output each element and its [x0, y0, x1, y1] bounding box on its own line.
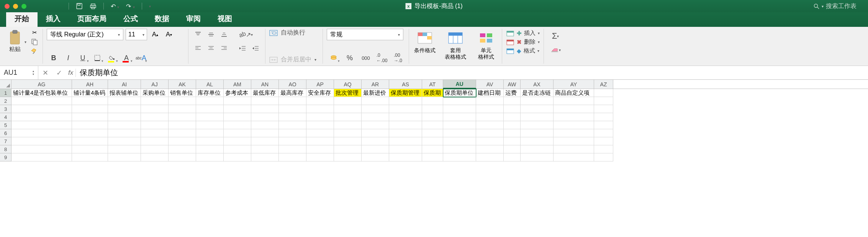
cell-AJ5[interactable]: [141, 121, 169, 129]
cell-AR1[interactable]: 最新进价: [362, 89, 389, 97]
merge-center-button[interactable]: 合并后居中 ▾: [269, 56, 319, 64]
column-header-AW[interactable]: AW: [504, 80, 521, 89]
row-header-8[interactable]: 8: [0, 145, 11, 153]
cell-AT1[interactable]: 保质期: [422, 89, 443, 97]
cell-AX6[interactable]: [521, 129, 554, 137]
increase-font-icon[interactable]: A▴: [149, 29, 161, 40]
cell-AW9[interactable]: [504, 153, 521, 161]
cell-AT9[interactable]: [422, 153, 443, 161]
border-button[interactable]: ▾: [90, 52, 104, 64]
cell-AO6[interactable]: [279, 129, 306, 137]
cell-AI1[interactable]: 报表辅单位: [108, 89, 141, 97]
cell-AY1[interactable]: 商品自定义项: [554, 89, 594, 97]
cell-AY8[interactable]: [554, 145, 594, 153]
cell-AL5[interactable]: [196, 121, 224, 129]
cell-AJ4[interactable]: [141, 113, 169, 121]
cell-AS2[interactable]: [389, 97, 422, 105]
cell-AX8[interactable]: [521, 145, 554, 153]
cell-AK8[interactable]: [169, 145, 196, 153]
cell-AK6[interactable]: [169, 129, 196, 137]
column-header-AT[interactable]: AT: [422, 80, 443, 89]
paste-dropdown-icon[interactable]: ▾: [25, 40, 26, 44]
cell-AH3[interactable]: [72, 105, 108, 113]
cell-AL8[interactable]: [196, 145, 224, 153]
cell-AZ8[interactable]: [594, 145, 613, 153]
cell-AI3[interactable]: [108, 105, 141, 113]
cell-AY4[interactable]: [554, 113, 594, 121]
copy-icon[interactable]: [30, 38, 39, 46]
cell-AW2[interactable]: [504, 97, 521, 105]
row-header-6[interactable]: 6: [0, 129, 11, 137]
cell-AU1[interactable]: 保质期单位: [443, 89, 476, 97]
cell-AP4[interactable]: [306, 113, 334, 121]
cell-AU5[interactable]: [443, 121, 476, 129]
column-header-AN[interactable]: AN: [251, 80, 279, 89]
tab-审阅[interactable]: 审阅: [178, 11, 209, 27]
cell-AL9[interactable]: [196, 153, 224, 161]
cell-AQ2[interactable]: [334, 97, 362, 105]
tab-公式[interactable]: 公式: [115, 11, 146, 27]
cell-AN7[interactable]: [251, 137, 279, 145]
cell-AH6[interactable]: [72, 129, 108, 137]
column-header-AV[interactable]: AV: [476, 80, 504, 89]
cell-AV3[interactable]: [476, 105, 504, 113]
cell-AJ1[interactable]: 采购单位: [141, 89, 169, 97]
tab-开始[interactable]: 开始: [6, 11, 38, 27]
cell-AI6[interactable]: [108, 129, 141, 137]
cell-AQ7[interactable]: [334, 137, 362, 145]
cell-AN5[interactable]: [251, 121, 279, 129]
column-header-AL[interactable]: AL: [196, 80, 224, 89]
cell-AS4[interactable]: [389, 113, 422, 121]
cell-AU9[interactable]: [443, 153, 476, 161]
cell-AJ6[interactable]: [141, 129, 169, 137]
cell-AL2[interactable]: [196, 97, 224, 105]
name-box[interactable]: AU1 ▴▾: [0, 66, 38, 79]
row-header-5[interactable]: 5: [0, 121, 11, 129]
minimize-icon[interactable]: [13, 4, 18, 9]
cell-AT8[interactable]: [422, 145, 443, 153]
cell-AW1[interactable]: 运费: [504, 89, 521, 97]
cell-AQ3[interactable]: [334, 105, 362, 113]
format-cells-button[interactable]: ◆ 格式 ▾: [506, 47, 540, 54]
cell-AR8[interactable]: [362, 145, 389, 153]
cell-AT7[interactable]: [422, 137, 443, 145]
wrap-text-button[interactable]: 自动换行: [269, 29, 319, 37]
cell-AH4[interactable]: [72, 113, 108, 121]
decrease-indent-icon[interactable]: [237, 43, 248, 53]
tab-视图[interactable]: 视图: [209, 11, 241, 27]
cell-AM7[interactable]: [224, 137, 251, 145]
font-name-select[interactable]: 等线 Regular (正文) ▾: [47, 29, 123, 40]
cell-AH1[interactable]: 辅计量4条码: [72, 89, 108, 97]
enter-formula-icon[interactable]: ✓: [52, 66, 66, 79]
cell-AR2[interactable]: [362, 97, 389, 105]
align-top-icon[interactable]: [192, 30, 204, 40]
cell-AO3[interactable]: [279, 105, 306, 113]
cell-AN4[interactable]: [251, 113, 279, 121]
cell-AU8[interactable]: [443, 145, 476, 153]
cell-AH9[interactable]: [72, 153, 108, 161]
decrease-font-icon[interactable]: A▾: [163, 29, 175, 40]
cell-AX3[interactable]: [521, 105, 554, 113]
cell-AX4[interactable]: [521, 113, 554, 121]
cell-AI8[interactable]: [108, 145, 141, 153]
cell-AN1[interactable]: 最低库存: [251, 89, 279, 97]
insert-cells-button[interactable]: ✚ 插入 ▾: [506, 30, 540, 37]
cell-AM1[interactable]: 参考成本: [224, 89, 251, 97]
increase-indent-icon[interactable]: [250, 43, 261, 53]
cell-AS8[interactable]: [389, 145, 422, 153]
comma-icon[interactable]: 000: [359, 52, 373, 64]
cell-AG6[interactable]: [11, 129, 72, 137]
column-header-AO[interactable]: AO: [279, 80, 306, 89]
row-header-3[interactable]: 3: [0, 105, 11, 113]
cell-AI2[interactable]: [108, 97, 141, 105]
cell-AP1[interactable]: 安全库存: [306, 89, 334, 97]
cell-AH8[interactable]: [72, 145, 108, 153]
cell-AK2[interactable]: [169, 97, 196, 105]
cell-AV2[interactable]: [476, 97, 504, 105]
column-header-AG[interactable]: AG: [11, 80, 72, 89]
align-middle-icon[interactable]: [205, 30, 217, 40]
cell-AJ7[interactable]: [141, 137, 169, 145]
cell-AP3[interactable]: [306, 105, 334, 113]
column-header-AK[interactable]: AK: [169, 80, 196, 89]
cell-AR7[interactable]: [362, 137, 389, 145]
